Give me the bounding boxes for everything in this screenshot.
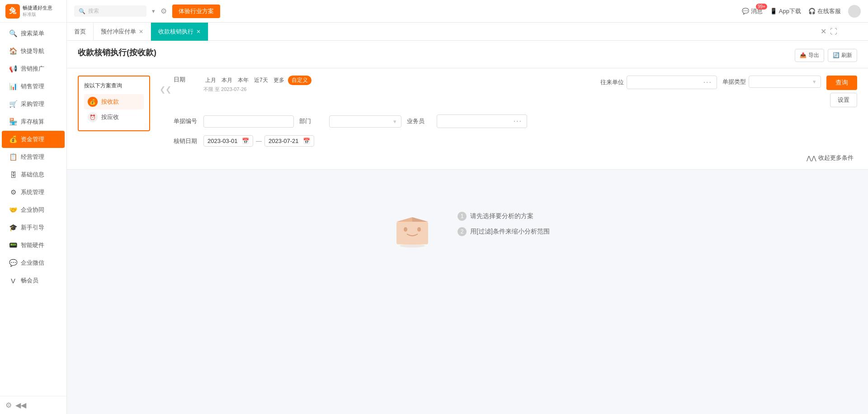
tab-prepay-close-icon[interactable]: ✕ <box>139 29 143 35</box>
sidebar-item-member[interactable]: V 畅会员 <box>2 272 65 289</box>
hint-num-1: 1 <box>458 212 467 221</box>
sidebar-item-search-label: 搜索菜单 <box>21 29 44 38</box>
wechat-icon: 💬 <box>9 259 17 267</box>
export-button[interactable]: 📤 导出 <box>795 49 824 62</box>
tab-home-label: 首页 <box>74 28 86 36</box>
docnumber-input[interactable] <box>203 115 294 128</box>
sidebar-item-operation-label: 经营管理 <box>21 153 44 161</box>
sidebar-item-system[interactable]: ⚙ 系统管理 <box>2 184 65 201</box>
receipt-option-icon: 💰 <box>88 97 98 107</box>
settings-icon[interactable]: ⚙ <box>5 401 12 409</box>
sidebar-item-purchase[interactable]: 🛒 采购管理 <box>2 95 65 113</box>
sidebar-item-marketing-label: 营销推广 <box>21 65 44 73</box>
online-service-button[interactable]: 🎧 在线客服 <box>808 7 841 15</box>
tab-receipt-offset-close-icon[interactable]: ✕ <box>196 29 201 35</box>
message-icon: 💬 <box>742 8 749 14</box>
dept-group: 部门 ▾ <box>299 115 401 128</box>
refresh-button[interactable]: 🔄 刷新 <box>828 49 857 62</box>
filter-sidebar: 按以下方案查询 💰 按收款 ⏰ 按应收 <box>78 76 150 131</box>
logo-text-group: 畅捷通好生意 标准版 <box>23 5 52 17</box>
staff-label: 业务员 <box>407 117 434 125</box>
svg-point-5 <box>400 244 425 247</box>
topbar: 🔍 搜索 ▾ ⚙ 体验行业方案 💬 消息 99+ 📱 App下载 🎧 在线客服 <box>67 0 868 23</box>
sidebar-item-inventory[interactable]: 🏪 库存核算 <box>2 113 65 130</box>
date-label: 日期 <box>174 76 201 84</box>
sidebar-item-finance[interactable]: 💰 资金管理 <box>2 131 65 148</box>
sidebar-item-marketing[interactable]: 📢 营销推广 <box>2 60 65 77</box>
sidebar-item-sales-label: 销售管理 <box>21 82 44 90</box>
date-picker-group: 上月 本月 本年 近7天 更多 自定义 不限 至 2023-07-26 <box>203 76 311 93</box>
maximize-icon[interactable]: ⛶ <box>830 28 837 36</box>
tab-home[interactable]: 首页 <box>67 23 94 41</box>
close-all-tabs-icon[interactable]: ✕ <box>821 27 826 36</box>
message-button[interactable]: 💬 消息 99+ <box>742 7 763 15</box>
sidebar-bottom: ⚙ ◀◀ <box>0 396 66 414</box>
staff-input[interactable]: ··· <box>437 114 527 128</box>
shortcut-more[interactable]: 更多 <box>272 76 286 85</box>
app-download-button[interactable]: 📱 App下载 <box>770 7 801 15</box>
sidebar-item-quicknav[interactable]: 🏠 快捷导航 <box>2 43 65 60</box>
sidebar-item-inventory-label: 库存核算 <box>21 118 44 126</box>
tab-receipt-offset[interactable]: 收款核销执行 ✕ <box>151 23 208 41</box>
sidebar-item-sales[interactable]: 📊 销售管理 <box>2 78 65 95</box>
topbar-search-icon: 🔍 <box>79 8 85 14</box>
sidebar-item-search[interactable]: 🔍 搜索菜单 <box>2 25 65 42</box>
partner-dots-icon[interactable]: ··· <box>703 78 712 86</box>
receivable-option-icon: ⏰ <box>88 112 98 122</box>
tab-prepay[interactable]: 预付冲应付单 ✕ <box>94 23 151 41</box>
empty-illustration <box>385 197 439 251</box>
svg-rect-0 <box>396 222 428 244</box>
collapse-sidebar-icon[interactable]: ◀◀ <box>15 401 26 409</box>
writeoff-date-group: 核销日期 2023-03-01 📅 — 2023-07-21 📅 <box>174 135 314 147</box>
writeoff-date-label: 核销日期 <box>174 137 201 145</box>
staff-dots-icon[interactable]: ··· <box>514 117 522 125</box>
app-download-label: App下载 <box>779 7 801 15</box>
settings-button[interactable]: 设置 <box>830 93 857 107</box>
shortcut-7days[interactable]: 近7天 <box>252 76 270 85</box>
sidebar-item-hardware[interactable]: 📟 智能硬件 <box>2 237 65 254</box>
dept-select[interactable]: ▾ <box>329 115 401 128</box>
doctype-group: 单据类型 ▾ <box>722 76 821 88</box>
system-icon: ⚙ <box>9 188 17 196</box>
sales-icon: 📊 <box>9 82 17 90</box>
sidebar-item-wechat-label: 企业微信 <box>21 259 44 267</box>
writeoff-start-cal-icon[interactable]: 📅 <box>242 138 249 144</box>
svg-marker-2 <box>412 217 428 222</box>
collapse-more-button[interactable]: ⋀⋀ 收起更多条件 <box>807 154 857 162</box>
partner-label: 往来单位 <box>600 78 624 86</box>
date-range-hint: 不限 至 2023-07-26 <box>203 86 311 93</box>
sidebar-item-wechat[interactable]: 💬 企业微信 <box>2 254 65 271</box>
writeoff-end-input[interactable]: 2023-07-21 📅 <box>264 135 314 147</box>
shortcut-custom[interactable]: 自定义 <box>288 76 311 85</box>
topbar-gear-icon[interactable]: ⚙ <box>160 7 167 15</box>
shortcut-this-year[interactable]: 本年 <box>236 76 250 85</box>
hint-num-2: 2 <box>458 227 467 236</box>
sidebar-item-enterprise[interactable]: 🤝 企业协同 <box>2 201 65 219</box>
user-avatar[interactable] <box>848 5 861 18</box>
solution-button[interactable]: 体验行业方案 <box>172 5 220 18</box>
export-icon: 📤 <box>800 52 807 58</box>
topbar-dropdown-icon[interactable]: ▾ <box>152 8 155 14</box>
basicinfo-icon: 🗄 <box>9 171 17 179</box>
sidebar-item-basicinfo[interactable]: 🗄 基础信息 <box>2 166 65 183</box>
filter-option-by-receivable[interactable]: ⏰ 按应收 <box>84 109 144 125</box>
sidebar-item-guide[interactable]: 🎓 新手引导 <box>2 219 65 236</box>
action-buttons: 查询 设置 <box>826 76 857 107</box>
hint-text-2: 用[过滤]条件来缩小分析范围 <box>470 228 550 236</box>
filter-option-by-receipt[interactable]: 💰 按收款 <box>84 94 144 109</box>
writeoff-start-input[interactable]: 2023-03-01 📅 <box>203 135 253 147</box>
shortcut-this-month[interactable]: 本月 <box>220 76 234 85</box>
docnumber-group: 单据编号 <box>174 115 294 128</box>
enterprise-icon: 🤝 <box>9 206 17 214</box>
topbar-search[interactable]: 🔍 搜索 <box>74 5 146 17</box>
writeoff-end-cal-icon[interactable]: 📅 <box>303 138 310 144</box>
filter-collapse-button[interactable]: ❮❮ <box>161 76 170 103</box>
sidebar-item-operation[interactable]: 📋 经营管理 <box>2 148 65 166</box>
purchase-icon: 🛒 <box>9 100 17 108</box>
partner-input[interactable]: ··· <box>627 76 717 89</box>
doctype-select[interactable]: ▾ <box>749 76 821 88</box>
filter-sidebar-title: 按以下方案查询 <box>84 82 144 90</box>
shortcut-last-month[interactable]: 上月 <box>203 76 218 85</box>
empty-svg <box>385 197 439 251</box>
query-button[interactable]: 查询 <box>826 76 857 90</box>
